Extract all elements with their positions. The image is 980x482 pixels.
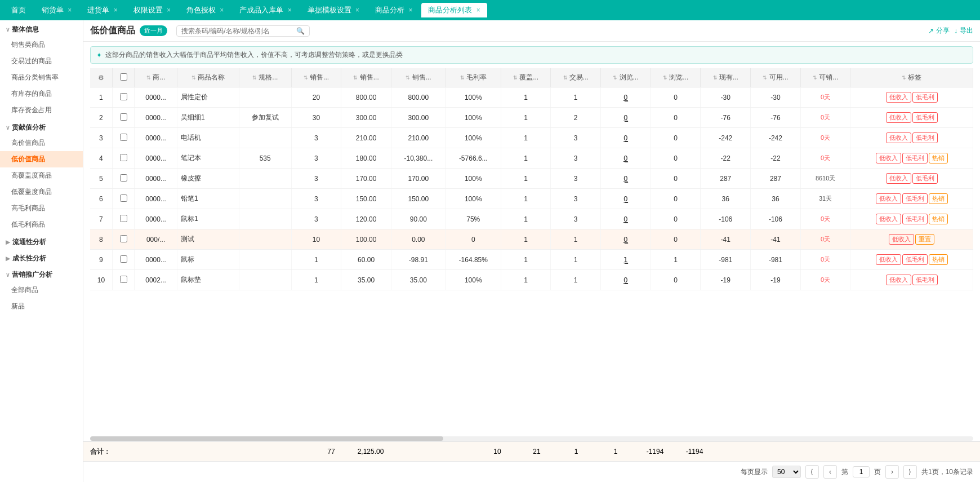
scrollbar-thumb[interactable]	[90, 436, 443, 441]
row-checkbox-input[interactable]	[120, 215, 127, 222]
col-header-code[interactable]: ⇅ 商...	[135, 68, 177, 87]
days: 0天	[800, 128, 850, 148]
table-container[interactable]: ⚙⇅ 商...⇅ 商品名称⇅ 规格...⇅ 销售...⇅ 销售...⇅ 销售..…	[83, 68, 980, 436]
browse-link[interactable]: 0̲	[623, 175, 628, 183]
col-header-name[interactable]: ⇅ 商品名称	[177, 68, 239, 87]
sidebar-item-低覆盖度商品[interactable]: 低覆盖度商品	[0, 184, 83, 200]
col-header-sales_amount[interactable]: ⇅ 销售...	[391, 68, 446, 87]
row-checkbox-input[interactable]	[120, 134, 127, 141]
nav-item-产成品入库单[interactable]: 产成品入库单 ×	[233, 3, 298, 17]
nav-item-商品分析[interactable]: 商品分析 ×	[368, 3, 419, 17]
export-button[interactable]: ↓ 导出	[954, 26, 973, 36]
browse-link[interactable]: 1̲	[623, 256, 628, 264]
horizontal-scrollbar[interactable]	[90, 436, 973, 441]
product-name: 鼠标1	[177, 209, 239, 229]
nav-close-icon[interactable]: ×	[112, 6, 117, 14]
sidebar-item-全部商品[interactable]: 全部商品	[0, 282, 83, 298]
sidebar-item-高覆盖度商品[interactable]: 高覆盖度商品	[0, 167, 83, 184]
row-checkbox-input[interactable]	[120, 276, 127, 283]
tag-badge: 低收入	[886, 173, 911, 184]
nav-item-权限设置[interactable]: 权限设置 ×	[127, 3, 177, 17]
sidebar-item-新品[interactable]: 新品	[0, 298, 83, 315]
nav-close-icon[interactable]: ×	[286, 6, 291, 14]
select-all-checkbox[interactable]	[120, 73, 127, 81]
available-stock: -19	[751, 270, 801, 290]
col-header-coverage[interactable]: ⇅ 覆盖...	[501, 68, 551, 87]
sidebar-item-低毛利商品[interactable]: 低毛利商品	[0, 216, 83, 233]
browse-link[interactable]: 0̲	[623, 154, 628, 162]
row-checkbox-input[interactable]	[120, 255, 127, 263]
share-button[interactable]: ↗ 分享	[928, 26, 950, 36]
tag-badge: 低收入	[889, 234, 914, 245]
browse-link[interactable]: 0̲	[623, 114, 628, 122]
nav-item-角色授权[interactable]: 角色授权 ×	[180, 3, 230, 17]
settings-icon[interactable]: ⚙	[98, 74, 104, 82]
tag-badge: 低收入	[876, 214, 901, 224]
sidebar-item-销售类商品[interactable]: 销售类商品	[0, 37, 83, 53]
row-checkbox-input[interactable]	[120, 113, 127, 121]
col-header-current[interactable]: ⇅ 现有...	[701, 68, 751, 87]
browse-link[interactable]: 0̲	[623, 236, 628, 244]
browse-link[interactable]: 0̲	[623, 276, 628, 284]
last-page-button[interactable]: ⟩	[903, 465, 917, 479]
footer-bar: 合计： 77 2,125.00 10 21 1 1 -1194 -1194	[83, 441, 980, 461]
col-header-available[interactable]: ⇅ 可用...	[751, 68, 801, 87]
prev-page-button[interactable]: ‹	[823, 465, 837, 479]
row-checkbox-input[interactable]	[120, 93, 127, 100]
col-header-browse1[interactable]: ⇅ 浏览...	[601, 68, 651, 87]
nav-close-icon[interactable]: ×	[218, 6, 224, 14]
browse-link[interactable]: 0̲	[623, 134, 628, 142]
nav-close-icon[interactable]: ×	[354, 6, 359, 14]
col-header-margin[interactable]: ⇅ 毛利率	[446, 68, 501, 87]
col-header-sales_price[interactable]: ⇅ 销售...	[341, 68, 391, 87]
browse-link[interactable]: 0̲	[623, 215, 628, 223]
nav-item-首页[interactable]: 首页	[5, 3, 33, 17]
col-header-spec[interactable]: ⇅ 规格...	[239, 68, 291, 87]
sidebar-item-交易过的商品[interactable]: 交易过的商品	[0, 53, 83, 69]
tags: 低收入低毛利热销	[850, 189, 973, 209]
table-row: 20000...吴细细1参加复试30300.00300.00100%120̲0-…	[90, 108, 973, 128]
sidebar-group-成长性分析[interactable]: ▶ 成长性分析	[0, 249, 83, 266]
sidebar-group-整体信息[interactable]: ∨ 整体信息	[0, 20, 83, 37]
nav-close-icon[interactable]: ×	[474, 6, 480, 14]
sidebar-item-库存资金占用[interactable]: 库存资金占用	[0, 102, 83, 118]
first-page-button[interactable]: ⟨	[805, 465, 819, 479]
browse-link[interactable]: 0̲	[623, 94, 628, 101]
search-input[interactable]	[181, 27, 294, 35]
page-size-select[interactable]: 5020100	[772, 466, 801, 478]
sidebar-group-流通性分析[interactable]: ▶ 流通性分析	[0, 233, 83, 249]
tag-badge: 低毛利	[912, 112, 938, 123]
tag-badge: 低收入	[886, 92, 911, 103]
row-checkbox-input[interactable]	[120, 154, 127, 161]
row-checkbox-input[interactable]	[120, 235, 127, 242]
nav-close-icon[interactable]: ×	[66, 6, 72, 14]
tag-badge: 低收入	[886, 275, 911, 285]
sidebar-item-高毛利商品[interactable]: 高毛利商品	[0, 200, 83, 216]
browse1: 0̲	[601, 270, 651, 290]
next-page-button[interactable]: ›	[885, 465, 899, 479]
browse-link[interactable]: 0̲	[623, 195, 628, 203]
col-header-checkbox[interactable]	[112, 68, 135, 87]
col-header-settings[interactable]: ⚙	[90, 68, 112, 87]
nav-close-icon[interactable]: ×	[165, 6, 171, 14]
sidebar-group-贡献值分析[interactable]: ∨ 贡献值分析	[0, 118, 83, 135]
sidebar-item-低价值商品[interactable]: 低价值商品	[0, 151, 83, 167]
sidebar-item-有库存的商品[interactable]: 有库存的商品	[0, 86, 83, 102]
row-checkbox-input[interactable]	[120, 174, 127, 182]
page-input[interactable]	[853, 466, 870, 477]
sidebar-group-营销推广分析[interactable]: ∨ 营销推广分析	[0, 266, 83, 282]
col-header-sales_qty[interactable]: ⇅ 销售...	[291, 68, 341, 87]
sidebar-item-商品分类销售率[interactable]: 商品分类销售率	[0, 69, 83, 86]
nav-item-销货单[interactable]: 销货单 ×	[35, 3, 78, 17]
sidebar-item-高价值商品[interactable]: 高价值商品	[0, 135, 83, 151]
nav-item-单据模板设置[interactable]: 单据模板设置 ×	[301, 3, 366, 17]
nav-item-商品分析列表[interactable]: 商品分析列表 ×	[421, 3, 487, 17]
col-header-trade[interactable]: ⇅ 交易...	[551, 68, 601, 87]
nav-close-icon[interactable]: ×	[407, 6, 412, 14]
time-badge[interactable]: 近一月	[140, 25, 167, 36]
row-checkbox-input[interactable]	[120, 194, 127, 202]
col-header-tags[interactable]: ⇅ 标签	[850, 68, 973, 87]
nav-item-进货单[interactable]: 进货单 ×	[81, 3, 124, 17]
col-header-browse2[interactable]: ⇅ 浏览...	[651, 68, 701, 87]
col-header-saleable[interactable]: ⇅ 可销...	[800, 68, 850, 87]
